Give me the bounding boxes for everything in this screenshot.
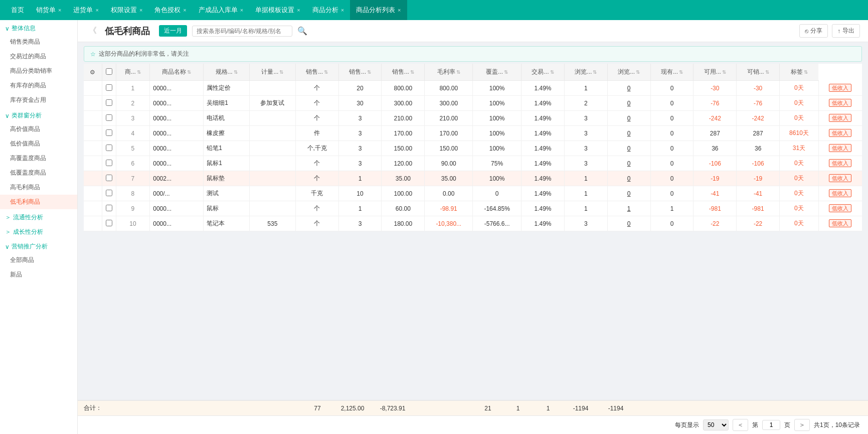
sidebar-item-traded-goods[interactable]: 交易过的商品: [0, 49, 77, 64]
row-select-checkbox[interactable]: [106, 190, 112, 196]
page-size-select[interactable]: 50 20 100: [703, 419, 729, 430]
row-select-checkbox[interactable]: [106, 160, 112, 166]
sidebar-item-category-rate[interactable]: 商品分类助销率: [0, 64, 77, 78]
sidebar-item-high-value[interactable]: 高价值商品: [0, 122, 77, 136]
col-spec[interactable]: 规格...⇅: [204, 64, 250, 81]
row-trade: 3: [564, 216, 607, 231]
sidebar-item-stock-capital[interactable]: 库存资金占用: [0, 93, 77, 107]
col-gross[interactable]: 毛利率⇅: [425, 64, 473, 81]
nav-permissions-close[interactable]: ×: [139, 7, 142, 13]
row-browse1[interactable]: 0: [607, 96, 650, 111]
row-checkbox[interactable]: [102, 156, 116, 171]
row-select-checkbox[interactable]: [106, 220, 112, 226]
row-browse1[interactable]: 0: [607, 81, 650, 96]
export-btn[interactable]: ↑ 导出: [832, 24, 860, 38]
table-container[interactable]: ⚙ 商...⇅ 商品名称⇅ 规格...⇅ 计量...⇅ 销售...⇅ 销售...…: [78, 64, 868, 400]
col-available[interactable]: 可用...⇅: [693, 64, 737, 81]
row-select-checkbox[interactable]: [106, 144, 112, 151]
sidebar-item-low-margin[interactable]: 低毛利商品: [0, 195, 77, 209]
nav-purchase[interactable]: 进货单 ×: [67, 0, 104, 20]
sidebar-item-new-goods[interactable]: 新品: [0, 267, 77, 282]
row-checkbox[interactable]: [102, 126, 116, 141]
sidebar-group-circulation-title[interactable]: ＞ 流通性分析: [0, 209, 77, 224]
nav-sales[interactable]: 销货单 ×: [30, 0, 67, 20]
nav-home[interactable]: 首页: [5, 0, 30, 20]
nav-analysis-list[interactable]: 商品分析列表 ×: [350, 0, 407, 20]
row-browse1[interactable]: 0: [607, 171, 650, 186]
col-trade[interactable]: 交易...⇅: [522, 64, 565, 81]
row-browse1[interactable]: 0: [607, 216, 650, 231]
nav-purchase-close[interactable]: ×: [95, 7, 98, 13]
col-code[interactable]: 商...⇅: [116, 64, 150, 81]
nav-roles[interactable]: 角色授权 ×: [148, 0, 192, 20]
nav-permissions[interactable]: 权限设置 ×: [105, 0, 148, 20]
sidebar-item-all-goods[interactable]: 全部商品: [0, 253, 77, 267]
col-qty[interactable]: 销售...⇅: [295, 64, 338, 81]
col-saleable[interactable]: 可销...⇅: [737, 64, 780, 81]
collapse-sidebar-btn[interactable]: 《: [86, 26, 100, 36]
row-select-checkbox[interactable]: [106, 205, 112, 211]
share-btn[interactable]: ⎋ 分享: [799, 24, 828, 38]
search-button[interactable]: 🔍: [297, 26, 307, 36]
nav-sales-close[interactable]: ×: [58, 7, 61, 13]
nav-product-entry[interactable]: 产成品入库单 ×: [193, 0, 249, 20]
search-input[interactable]: [192, 26, 292, 37]
row-browse1[interactable]: 0: [607, 156, 650, 171]
col-unit[interactable]: 计量...⇅: [249, 64, 295, 81]
col-checkbox[interactable]: [102, 64, 116, 81]
row-price: 100.00: [382, 186, 425, 201]
row-available: -106: [737, 156, 780, 171]
col-sales[interactable]: 销售...⇅: [382, 64, 425, 81]
row-browse1[interactable]: 0: [607, 186, 650, 201]
nav-template-close[interactable]: ×: [297, 7, 300, 13]
row-checkbox[interactable]: [102, 81, 116, 96]
row-select-checkbox[interactable]: [106, 175, 112, 181]
sidebar-group-marketing-title[interactable]: ∨ 营销推广分析: [0, 238, 77, 253]
row-checkbox[interactable]: [102, 111, 116, 126]
sidebar-item-stock-goods[interactable]: 有库存的商品: [0, 78, 77, 93]
row-browse1[interactable]: 0: [607, 141, 650, 156]
row-select-checkbox[interactable]: [106, 84, 112, 91]
sidebar-item-high-margin[interactable]: 高毛利商品: [0, 180, 77, 195]
sidebar-item-high-coverage[interactable]: 高覆盖度商品: [0, 151, 77, 166]
sidebar-group-overall-title[interactable]: ∨ 整体信息: [0, 20, 77, 35]
nav-template[interactable]: 单据模板设置 ×: [249, 0, 306, 20]
sidebar-item-sales-goods[interactable]: 销售类商品: [0, 35, 77, 49]
row-checkbox[interactable]: [102, 216, 116, 231]
col-settings[interactable]: ⚙: [84, 64, 102, 81]
col-browse2[interactable]: 浏览...⇅: [607, 64, 650, 81]
col-browse1[interactable]: 浏览...⇅: [564, 64, 607, 81]
row-browse1[interactable]: 1: [607, 201, 650, 216]
col-tag[interactable]: 标签⇅: [780, 64, 819, 81]
row-checkbox[interactable]: [102, 186, 116, 201]
row-checkbox[interactable]: [102, 171, 116, 186]
row-select-checkbox[interactable]: [106, 129, 112, 136]
settings-icon[interactable]: ⚙: [90, 69, 95, 76]
row-select-checkbox[interactable]: [106, 114, 112, 121]
col-name[interactable]: 商品名称⇅: [150, 64, 204, 81]
row-checkbox[interactable]: [102, 96, 116, 111]
nav-analysis[interactable]: 商品分析 ×: [306, 0, 350, 20]
row-checkbox[interactable]: [102, 201, 116, 216]
sidebar-item-low-coverage[interactable]: 低覆盖度商品: [0, 166, 77, 180]
sidebar-item-low-value[interactable]: 低价值商品: [0, 136, 77, 151]
row-browse1[interactable]: 0: [607, 126, 650, 141]
nav-product-entry-close[interactable]: ×: [240, 7, 243, 13]
row-browse1[interactable]: 0: [607, 111, 650, 126]
nav-roles-close[interactable]: ×: [183, 7, 186, 13]
col-price[interactable]: 销售...⇅: [338, 64, 382, 81]
prev-page-btn[interactable]: ＜: [733, 419, 748, 431]
sidebar-group-growth-title[interactable]: ＞ 成长性分析: [0, 224, 77, 238]
nav-analysis-list-close[interactable]: ×: [398, 7, 401, 13]
next-page-btn[interactable]: ＞: [794, 419, 810, 431]
sidebar-group-cluster-title[interactable]: ∨ 类群窗分析: [0, 107, 77, 122]
select-all-checkbox[interactable]: [106, 68, 112, 75]
col-cover[interactable]: 覆盖...⇅: [473, 64, 522, 81]
col-current[interactable]: 现有...⇅: [650, 64, 693, 81]
row-checkbox[interactable]: [102, 141, 116, 156]
row-select-checkbox[interactable]: [106, 99, 112, 106]
nav-analysis-close[interactable]: ×: [341, 7, 344, 13]
total-label: 合计：: [84, 404, 102, 412]
filter-period-btn[interactable]: 近一月: [159, 25, 187, 37]
page-number-input[interactable]: [762, 420, 780, 430]
